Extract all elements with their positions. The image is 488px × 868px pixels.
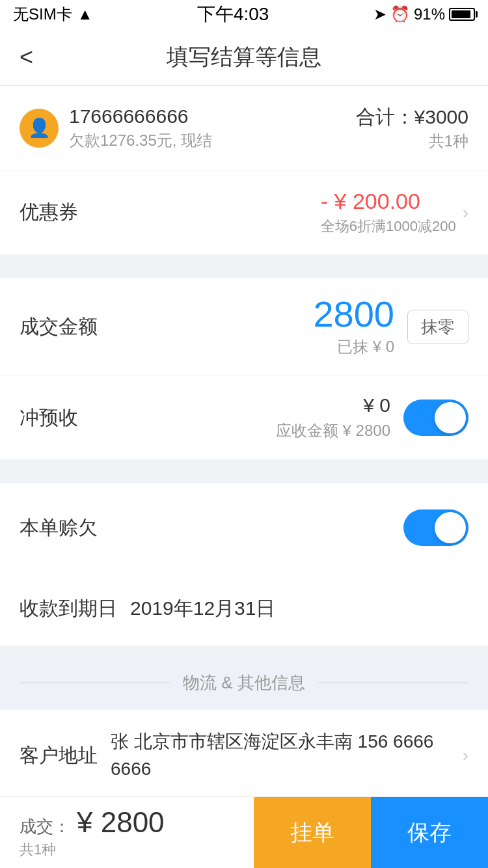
- customer-subtext: 欠款1276.35元, 现结: [69, 130, 212, 151]
- coupon-desc: 全场6折满1000减200: [321, 217, 456, 236]
- customer-section: 👤 17666666666 欠款1276.35元, 现结 合计：¥3000 共1…: [0, 86, 488, 254]
- customer-info: 17666666666 欠款1276.35元, 现结: [69, 105, 212, 151]
- alarm-icon: ⏰: [390, 5, 410, 23]
- deal-value-block: 2800 已抹 ¥ 0 抹零: [313, 296, 468, 357]
- status-bar: 无SIM卡 ▲ 下午4:03 ➤ ⏰ 91%: [0, 0, 488, 29]
- wifi-icon: ▲: [77, 5, 93, 23]
- back-button[interactable]: <: [20, 44, 59, 71]
- deal-subtext: 已抹 ¥ 0: [313, 336, 394, 357]
- toggle-knob: [435, 402, 466, 433]
- coupon-label: 优惠券: [20, 199, 78, 226]
- coupon-right: - ¥ 200.00 全场6折满1000减200 ›: [321, 189, 468, 236]
- customer-row: 👤 17666666666 欠款1276.35元, 现结 合计：¥3000 共1…: [0, 86, 488, 170]
- debt-toggle[interactable]: [403, 509, 468, 546]
- prepay-right: ¥ 0 应收金额 ¥ 2800: [276, 394, 468, 441]
- prepay-amount: ¥ 0: [276, 394, 390, 416]
- content: 👤 17666666666 欠款1276.35元, 现结 合计：¥3000 共1…: [0, 86, 488, 868]
- save-button[interactable]: 保存: [371, 797, 488, 869]
- coupon-row[interactable]: 优惠券 - ¥ 200.00 全场6折满1000减200 ›: [0, 170, 488, 254]
- due-date-label: 收款到期日: [20, 595, 117, 622]
- total-amount: 合计：¥3000: [356, 104, 468, 131]
- chevron-right-icon: ›: [463, 202, 468, 223]
- avatar: 👤: [20, 109, 59, 148]
- battery-icon: [449, 8, 475, 21]
- prepay-label: 冲预收: [20, 405, 78, 431]
- status-left: 无SIM卡 ▲: [13, 4, 92, 25]
- header: < 填写结算等信息: [0, 29, 488, 86]
- address-label: 客户地址: [20, 742, 98, 769]
- gray-divider-1: [0, 265, 488, 278]
- count-label: 共1种: [356, 131, 468, 152]
- carrier-label: 无SIM卡: [13, 4, 72, 25]
- location-icon: ➤: [373, 5, 386, 23]
- gray-divider-2: [0, 470, 488, 483]
- bottom-summary: 成交： ¥ 2800 共1种: [0, 806, 254, 860]
- prepay-right-inner: ¥ 0 应收金额 ¥ 2800: [276, 394, 468, 441]
- due-date-row: 收款到期日 2019年12月31日: [0, 572, 488, 645]
- hang-button[interactable]: 挂单: [254, 797, 371, 869]
- deal-label: 成交金额: [20, 314, 98, 340]
- customer-phone: 17666666666: [69, 105, 212, 128]
- divider-text: 物流 & 其他信息: [183, 671, 305, 694]
- bottom-deal-row: 成交： ¥ 2800: [20, 806, 234, 839]
- deal-amount: 2800: [313, 296, 394, 332]
- status-time: 下午4:03: [197, 2, 269, 27]
- deal-row: 成交金额 2800 已抹 ¥ 0 抹零: [0, 278, 488, 376]
- debt-section: 本单赊欠 收款到期日 2019年12月31日: [0, 483, 488, 645]
- address-chevron-icon: ›: [463, 745, 468, 766]
- bottom-deal-label: 成交：: [20, 815, 70, 838]
- customer-left: 👤 17666666666 欠款1276.35元, 现结: [20, 105, 212, 151]
- debt-row: 本单赊欠: [0, 483, 488, 572]
- section-divider: 物流 & 其他信息: [0, 656, 488, 710]
- customer-right: 合计：¥3000 共1种: [356, 104, 468, 152]
- bottom-deal-amount: ¥ 2800: [77, 806, 165, 839]
- prepay-toggle[interactable]: [403, 400, 468, 436]
- bottom-bar: 成交： ¥ 2800 共1种 挂单 保存: [0, 796, 488, 868]
- address-row[interactable]: 客户地址 张 北京市市辖区海淀区永丰南 156 6666 6666 ›: [0, 710, 488, 801]
- prepay-row: 冲预收 ¥ 0 应收金额 ¥ 2800: [0, 376, 488, 460]
- prepay-subtext: 应收金额 ¥ 2800: [276, 420, 390, 441]
- address-section: 客户地址 张 北京市市辖区海淀区永丰南 156 6666 6666 ›: [0, 710, 488, 801]
- divider-line-left: [20, 683, 170, 683]
- deal-section: 成交金额 2800 已抹 ¥ 0 抹零 冲预收 ¥ 0 应收金额 ¥ 2800: [0, 278, 488, 460]
- coupon-discount: - ¥ 200.00: [321, 189, 456, 214]
- due-date-value: 2019年12月31日: [130, 595, 275, 622]
- address-value: 张 北京市市辖区海淀区永丰南 156 6666 6666: [111, 728, 463, 783]
- status-right: ➤ ⏰ 91%: [373, 5, 475, 23]
- page-title: 填写结算等信息: [167, 42, 321, 72]
- debt-toggle-knob: [435, 512, 466, 543]
- battery-percent: 91%: [414, 5, 445, 23]
- debt-label: 本单赊欠: [20, 515, 98, 541]
- bottom-count: 共1种: [20, 840, 234, 860]
- round-button[interactable]: 抹零: [407, 310, 468, 344]
- divider-line-right: [318, 683, 468, 683]
